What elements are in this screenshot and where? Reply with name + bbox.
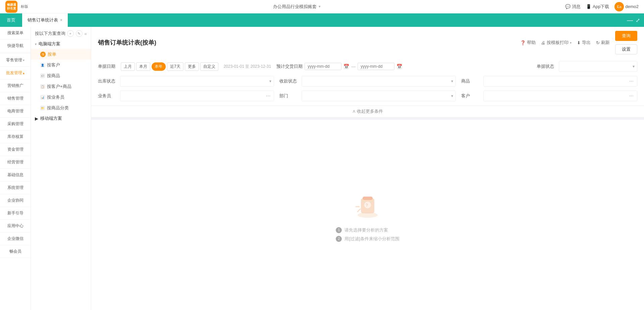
sidebar-item-member[interactable]: 畅会员 <box>0 245 31 258</box>
sidebar-item-operations[interactable]: 经营管理 <box>0 156 31 169</box>
export-btn[interactable]: ⬇ 导出 <box>577 40 591 46</box>
delivery-status-select[interactable] <box>120 76 274 87</box>
left-panel-header: 按以下方案查询 + ✎ « <box>31 27 91 39</box>
scheme-goods-label: 按商品 <box>47 73 60 79</box>
sidebar-item-retail[interactable]: 零售管理 ▾ <box>0 54 31 67</box>
goods-input-wrapper[interactable]: ··· <box>483 76 637 87</box>
sidebar-item-marketing[interactable]: 营销推广 <box>0 80 31 92</box>
scheme-item-by-goods[interactable]: 🏷 按商品 <box>31 70 91 81</box>
calendar-to-icon[interactable]: 📅 <box>396 64 402 69</box>
payment-status-select[interactable] <box>302 76 455 87</box>
print-chevron-icon: ▾ <box>570 41 572 45</box>
salesperson-input-wrapper[interactable]: ··· <box>120 91 274 101</box>
message-btn[interactable]: 💬 消息 <box>565 4 581 10</box>
date-btn-custom[interactable]: 自定义 <box>200 62 218 71</box>
workspace-chevron-icon[interactable]: ▾ <box>319 4 321 9</box>
date-label: 单据日期 <box>98 63 118 69</box>
main-layout: 搜索菜单 快捷导航 零售管理 ▾ 批发管理 ▴ 营销推广 销售管理 电商管理 采… <box>0 27 644 310</box>
home-tab-label: 首页 <box>7 17 15 23</box>
tab-close-icon[interactable]: × <box>60 18 62 22</box>
salesperson-dots-icon[interactable]: ··· <box>266 93 270 99</box>
retail-label: 零售管理 <box>6 57 22 63</box>
help-btn[interactable]: ❓ 帮助 <box>520 40 536 46</box>
scheme-customer-label: 按客户 <box>47 62 60 68</box>
sidebar-item-ecommerce[interactable]: 电商管理 <box>0 105 31 118</box>
date-btn-last-month[interactable]: 上月 <box>121 62 135 71</box>
scheme-order-icon: 按 <box>40 52 46 57</box>
workspace-selector[interactable]: 办公用品行业模拟账套 ▾ <box>273 4 321 10</box>
desktop-scheme-group: ▾ 电脑端方案 按 按单 👤 按客户 🏷 按商品 📋 按客户+商品 📊 按 <box>31 39 91 113</box>
mobile-scheme-group: ▶ 移动端方案 <box>31 113 91 123</box>
print-btn[interactable]: 🖨 按模板打印 ▾ <box>541 40 572 46</box>
newbie-label: 新手引导 <box>7 211 23 215</box>
expected-date-to-input[interactable] <box>358 63 394 70</box>
sidebar: 搜索菜单 快捷导航 零售管理 ▾ 批发管理 ▴ 营销推广 销售管理 电商管理 采… <box>0 27 31 310</box>
user-profile[interactable]: Ea demo2 <box>614 2 639 11</box>
calendar-from-icon[interactable]: 📅 <box>343 64 349 69</box>
date-btn-7days[interactable]: 近7天 <box>167 62 183 71</box>
desktop-group-header[interactable]: ▾ 电脑端方案 <box>31 39 91 49</box>
refresh-label: 刷新 <box>601 40 610 46</box>
app-download-btn[interactable]: 📱 App下载 <box>586 4 609 10</box>
tip-num-1: 1 <box>336 227 342 233</box>
sales-label: 销售管理 <box>7 96 23 101</box>
customer-input-wrapper[interactable]: ··· <box>483 91 637 101</box>
wholesale-label: 批发管理 <box>6 70 22 76</box>
edit-scheme-btn[interactable]: ✎ <box>76 30 83 37</box>
app-download-label: App下载 <box>593 4 609 10</box>
sidebar-item-wholesale[interactable]: 批发管理 ▴ <box>0 67 31 80</box>
date-btn-more[interactable]: 更多 <box>185 62 199 71</box>
sidebar-item-search[interactable]: 搜索菜单 <box>0 27 31 40</box>
refresh-btn[interactable]: ↻ 刷新 <box>596 40 610 46</box>
date-btn-this-year[interactable]: 本年 <box>152 62 166 71</box>
sidebar-item-purchase[interactable]: 采购管理 <box>0 118 31 131</box>
tab-home[interactable]: 首页 <box>0 13 22 27</box>
scheme-item-by-customer[interactable]: 👤 按客户 <box>31 60 91 70</box>
date-btn-this-month[interactable]: 本月 <box>136 62 150 71</box>
department-select[interactable] <box>302 91 455 101</box>
page-header: 销售订单统计表(按单) ❓ 帮助 🖨 按模板打印 ▾ ⬇ 导出 ↻ 刷新 <box>91 27 644 57</box>
sidebar-item-system[interactable]: 系统管理 <box>0 182 31 194</box>
inventory-label: 库存核算 <box>7 134 23 139</box>
sidebar-item-enterprise[interactable]: 企业协同 <box>0 194 31 207</box>
sidebar-item-finance[interactable]: 资金管理 <box>0 143 31 156</box>
sidebar-item-shortcuts[interactable]: 快捷导航 <box>0 40 31 52</box>
scheme-item-by-customer-goods[interactable]: 📋 按客户+商品 <box>31 81 91 92</box>
sidebar-item-app-center[interactable]: 应用中心 <box>0 220 31 232</box>
customer-dots-icon[interactable]: ··· <box>629 93 634 99</box>
scheme-item-by-category[interactable]: 📁 按商品分类 <box>31 103 91 113</box>
filter-section: 单据日期 上月 本月 本年 近7天 更多 自定义 2023-01-01 至 20… <box>91 57 644 117</box>
scheme-item-by-order[interactable]: 按 按单 <box>31 49 91 60</box>
finance-label: 资金管理 <box>7 147 23 152</box>
sidebar-item-wechat[interactable]: 企业微信 <box>0 232 31 245</box>
tab-sales-statistics[interactable]: 销售订单统计表 × <box>22 13 68 27</box>
purchase-label: 采购管理 <box>7 121 23 126</box>
filter-row-3: 业务员 ··· 部门 客户 <box>98 91 637 101</box>
tab-maximize-icon[interactable]: ⤢ <box>636 17 640 23</box>
tab-minimize-icon[interactable]: — <box>627 17 633 24</box>
sidebar-item-newbie[interactable]: 新手引导 <box>0 207 31 220</box>
scheme-item-by-salesperson[interactable]: 📊 按业务员 <box>31 92 91 103</box>
expected-date-from-input[interactable] <box>305 63 341 70</box>
order-status-select[interactable] <box>559 61 637 72</box>
collapse-conditions-btn[interactable]: ∧ 收起更多条件 <box>91 105 644 117</box>
sidebar-item-basic-info[interactable]: 基础信息 <box>0 169 31 182</box>
sidebar-item-inventory[interactable]: 库存核算 <box>0 131 31 143</box>
salesperson-label: 业务员 <box>98 93 118 99</box>
query-btn[interactable]: 查询 <box>615 31 637 41</box>
left-panel: 按以下方案查询 + ✎ « ▾ 电脑端方案 按 按单 👤 按客户 🏷 <box>31 27 91 310</box>
help-label: 帮助 <box>527 40 536 46</box>
collapse-label: 收起更多条件 <box>357 109 383 114</box>
page-title: 销售订单统计表(按单) <box>98 39 156 47</box>
goods-dots-icon[interactable]: ··· <box>629 78 634 84</box>
collapse-panel-btn[interactable]: « <box>85 31 87 36</box>
scheme-cg-icon: 📋 <box>40 84 45 89</box>
main-content: 销售订单统计表(按单) ❓ 帮助 🖨 按模板打印 ▾ ⬇ 导出 ↻ 刷新 <box>91 27 644 310</box>
mobile-group-header[interactable]: ▶ 移动端方案 <box>31 113 91 123</box>
add-scheme-btn[interactable]: + <box>67 30 74 37</box>
date-btns: 上月 本月 本年 近7天 更多 自定义 <box>121 62 218 71</box>
wholesale-arrow-icon: ▴ <box>23 71 24 75</box>
sidebar-item-sales[interactable]: 销售管理 <box>0 92 31 105</box>
payment-status-select-wrapper <box>302 76 455 87</box>
setting-btn[interactable]: 设置 <box>615 44 637 54</box>
